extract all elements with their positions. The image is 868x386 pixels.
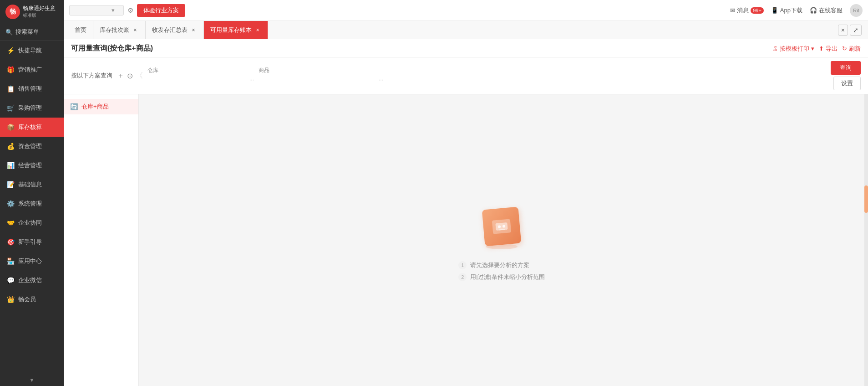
scroll-down-icon[interactable]: ▼: [29, 377, 35, 383]
tab-batch-ledger-close[interactable]: ×: [132, 26, 139, 34]
tab-available-qty[interactable]: 可用量库存账本 ×: [204, 21, 268, 39]
tab-available-qty-label: 可用量库存账本: [210, 26, 252, 34]
sidebar-item-inventory[interactable]: 📦 库存核算: [0, 118, 64, 137]
app-badge: 标准版: [23, 12, 56, 19]
hint-num-2: 2: [458, 273, 467, 281]
tabs-right-btns: × ⤢: [838, 25, 863, 36]
product-more-btn[interactable]: ···: [379, 77, 383, 83]
operations-icon: 📊: [6, 161, 15, 170]
app-download-label: App下载: [780, 6, 802, 15]
empty-illustration: [474, 199, 529, 254]
sidebar-item-newuser[interactable]: 🎯 新手引导: [0, 232, 64, 252]
scheme-item-warehouse-product[interactable]: 🔄 仓库+商品: [64, 99, 138, 114]
empty-hint-1: 1 请先选择要分析的方案: [458, 261, 544, 269]
export-btn[interactable]: ⬆ 导出: [819, 45, 838, 53]
appcenter-icon: 🏪: [6, 257, 15, 265]
message-label: 消息: [737, 6, 749, 15]
tab-home[interactable]: 首页: [68, 21, 93, 39]
sidebar-item-enterprise[interactable]: 🤝 企业协同: [0, 213, 64, 232]
tab-storage-summary-close[interactable]: ×: [190, 26, 197, 34]
main-area: ▾ ⚙ 体验行业方案 ✉ 消息 99+ 📱 App下载 🎧 在线客服: [64, 0, 868, 386]
scheme-settings-btn[interactable]: ⊙: [127, 72, 133, 80]
sidebar-item-quick-nav[interactable]: ⚡ 快捷导航: [0, 41, 64, 60]
tab-close-btn[interactable]: ×: [838, 25, 848, 36]
online-service-label: 在线客服: [819, 6, 843, 15]
headset-icon: 🎧: [810, 7, 817, 14]
refresh-btn[interactable]: ↻ 刷新: [842, 45, 861, 53]
search-wrap: ▾: [69, 5, 124, 15]
sidebar-search[interactable]: 🔍 搜索菜单: [0, 23, 64, 41]
sidebar-header: 畅 畅康通好生意 标准版: [0, 0, 64, 23]
sidebar-item-operations[interactable]: 📊 经营管理: [0, 156, 64, 175]
top-bar-actions: ✉ 消息 99+ 📱 App下载 🎧 在线客服 Rit: [730, 4, 863, 17]
refresh-label: 刷新: [849, 45, 861, 53]
inventory-icon: 📦: [6, 123, 15, 131]
print-label: 按模板打印: [780, 45, 809, 53]
sidebar-item-sales[interactable]: 📋 销售管理: [0, 79, 64, 98]
sidebar-item-basic[interactable]: 📝 基础信息: [0, 175, 64, 194]
nav-label: 企业协同: [18, 219, 42, 227]
tab-available-qty-close[interactable]: ×: [254, 26, 261, 34]
tabs-bar: 首页 库存批次账 × 收发存汇总表 × 可用量库存账本 × × ⤢: [64, 21, 868, 39]
nav-label: 采购管理: [18, 104, 42, 112]
scheme-icon: 🔄: [70, 103, 78, 110]
sidebar-scroll-down[interactable]: ▼: [0, 374, 64, 386]
nav-label: 库存核算: [18, 123, 42, 131]
sidebar-item-appcenter[interactable]: 🏪 应用中心: [0, 252, 64, 271]
filter-label: 按以下方案查询: [71, 72, 112, 80]
online-service-action[interactable]: 🎧 在线客服: [810, 6, 843, 15]
filter-settings-button[interactable]: 设置: [833, 77, 861, 90]
tab-storage-summary[interactable]: 收发存汇总表 ×: [146, 21, 204, 39]
dropdown-icon[interactable]: ▾: [112, 7, 115, 14]
sidebar-item-system[interactable]: ⚙️ 系统管理: [0, 194, 64, 213]
tab-expand-btn[interactable]: ⤢: [850, 25, 862, 36]
sidebar-item-marketing[interactable]: 🎁 营销推广: [0, 60, 64, 79]
message-badge: 99+: [751, 7, 764, 14]
industry-btn[interactable]: 体验行业方案: [137, 4, 185, 17]
app-name: 畅康通好生意: [23, 5, 56, 12]
empty-hint-2: 2 用[过滤]条件来缩小分析范围: [458, 273, 544, 281]
page-title-row: 可用量查询(按仓库+商品) 🖨 按模板打印 ▾ ⬆ 导出 ↻ 刷新: [71, 44, 861, 57]
sidebar-item-member[interactable]: 👑 畅会员: [0, 290, 64, 309]
tab-home-label: 首页: [75, 26, 86, 34]
empty-box: [482, 207, 522, 247]
sidebar-item-purchase[interactable]: 🛒 采购管理: [0, 98, 64, 118]
search-icon: 🔍: [5, 29, 13, 36]
warehouse-input[interactable]: [147, 77, 248, 83]
nav-label: 畅会员: [18, 295, 36, 304]
nav-label: 新手引导: [18, 238, 42, 246]
sales-icon: 📋: [6, 85, 15, 93]
user-avatar[interactable]: Rit: [850, 4, 863, 17]
gear-icon[interactable]: ⚙: [127, 6, 133, 15]
message-action[interactable]: ✉ 消息 99+: [730, 6, 764, 15]
hint-num-1: 1: [458, 261, 467, 269]
product-field: 商品 ···: [259, 67, 383, 85]
page-title: 可用量查询(按仓库+商品): [71, 44, 153, 53]
filter-scheme-actions: ＋ ⊙ 《: [117, 71, 143, 81]
sidebar-item-wechat[interactable]: 💬 企业微信: [0, 271, 64, 290]
action-btns-wrap: 查询 设置: [831, 61, 861, 90]
tab-storage-summary-label: 收发存汇总表: [152, 26, 188, 34]
user-name: Rit: [853, 8, 859, 13]
warehouse-more-btn[interactable]: ···: [249, 77, 254, 83]
tab-batch-ledger[interactable]: 库存批次账 ×: [93, 21, 146, 39]
product-label: 商品: [259, 67, 383, 74]
warehouse-input-wrap: ···: [147, 75, 254, 85]
add-scheme-btn[interactable]: ＋: [117, 71, 124, 81]
purchase-icon: 🛒: [6, 104, 15, 112]
product-input[interactable]: [259, 77, 377, 83]
app-download-action[interactable]: 📱 App下载: [771, 6, 802, 15]
empty-state: 1 请先选择要分析的方案 2 用[过滤]条件来缩小分析范围: [458, 199, 544, 281]
query-button[interactable]: 查询: [831, 61, 861, 75]
page-header-actions: 🖨 按模板打印 ▾ ⬆ 导出 ↻ 刷新: [772, 45, 861, 53]
warehouse-label: 仓库: [147, 67, 254, 74]
sidebar-item-finance[interactable]: 💰 资金管理: [0, 137, 64, 156]
scrollbar-thumb[interactable]: [864, 185, 868, 213]
nav-label: 企业微信: [18, 276, 42, 284]
tab-batch-ledger-label: 库存批次账: [100, 26, 129, 34]
phone-icon: 📱: [771, 7, 778, 14]
print-icon: 🖨: [772, 45, 778, 52]
filter-area: 按以下方案查询 ＋ ⊙ 《 仓库 ··· 商品: [64, 57, 868, 94]
print-btn[interactable]: 🖨 按模板打印 ▾: [772, 45, 814, 53]
top-search-input[interactable]: [73, 7, 110, 14]
